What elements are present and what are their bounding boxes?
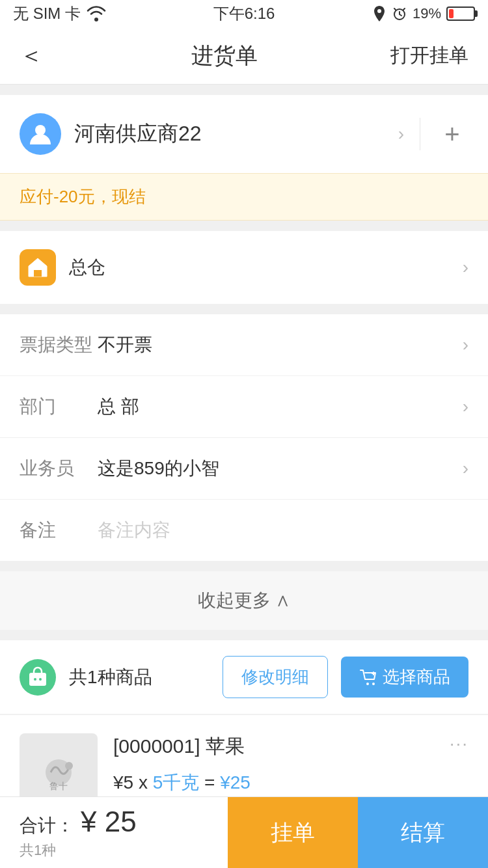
alarm-icon	[392, 6, 407, 21]
add-button[interactable]: +	[436, 120, 468, 149]
supplier-name: 河南供应商22	[74, 120, 398, 148]
product-info: [0000001] 苹果 ¥5 x 5千克 = ¥25	[113, 733, 434, 795]
collapse-bar[interactable]: 收起更多 ∧	[0, 571, 488, 630]
remark-input[interactable]: 备注内容	[98, 518, 468, 543]
bill-type-value: 不开票	[98, 332, 463, 357]
cart-icon	[359, 669, 377, 686]
svg-point-9	[65, 762, 73, 770]
pend-button[interactable]: 挂单	[228, 797, 358, 869]
edit-detail-button[interactable]: 修改明细	[223, 656, 328, 698]
status-left: 无 SIM 卡	[13, 3, 107, 24]
warehouse-row[interactable]: 总仓 ›	[0, 231, 488, 304]
status-right: 19%	[372, 5, 475, 22]
supplier-card: 河南供应商22 › + 应付-20元，现结	[0, 95, 488, 221]
settle-button[interactable]: 结算	[358, 797, 488, 869]
product-header: 共1种商品 修改明细 选择商品	[0, 640, 488, 714]
nav-bar: ＜ 进货单 打开挂单	[0, 27, 488, 85]
supplier-chevron: ›	[398, 124, 404, 144]
total-value: ¥25	[220, 772, 251, 793]
back-button[interactable]: ＜	[20, 40, 59, 72]
department-chevron: ›	[463, 396, 468, 417]
bill-type-label: 票据类型	[20, 332, 98, 357]
status-bar: 无 SIM 卡 下午6:16 19%	[0, 0, 488, 27]
bill-type-chevron: ›	[463, 334, 468, 355]
warehouse-icon	[20, 249, 56, 286]
svg-point-1	[35, 125, 46, 135]
collapse-label: 收起更多 ∧	[198, 590, 291, 610]
product-title: 苹果	[206, 735, 245, 757]
salesperson-value: 这是859的小智	[98, 456, 463, 481]
supplier-row[interactable]: 河南供应商22 › +	[0, 95, 488, 173]
salesperson-label: 业务员	[20, 456, 98, 481]
select-product-label: 选择商品	[383, 666, 450, 688]
svg-rect-3	[29, 673, 46, 686]
warehouse-chevron: ›	[463, 257, 468, 278]
department-value: 总 部	[98, 394, 463, 419]
open-pending-button[interactable]: 打开挂单	[390, 42, 468, 69]
total-label: 合计：	[20, 813, 74, 838]
product-count-icon	[20, 659, 56, 696]
svg-text:鲁十: 鲁十	[49, 781, 68, 791]
battery-percent: 19%	[413, 5, 441, 22]
wifi-icon	[86, 6, 107, 21]
equals: =	[199, 772, 220, 793]
product-name: [0000001] 苹果	[113, 733, 434, 760]
department-label: 部门	[20, 394, 98, 419]
sim-status: 无 SIM 卡	[13, 3, 81, 24]
svg-point-4	[34, 678, 36, 681]
location-icon	[372, 5, 386, 22]
remark-label: 备注	[20, 518, 98, 543]
svg-point-5	[39, 678, 42, 681]
bill-type-row[interactable]: 票据类型 不开票 ›	[0, 314, 488, 376]
svg-point-6	[366, 683, 369, 685]
warehouse-card: 总仓 ›	[0, 231, 488, 304]
content: 河南供应商22 › + 应付-20元，现结 总仓 › 票据类型 不开票	[0, 95, 488, 868]
product-code: [0000001]	[113, 735, 206, 757]
battery-icon	[446, 7, 475, 21]
qty-value: 5千克	[153, 772, 200, 793]
warehouse-name: 总仓	[69, 255, 463, 280]
salesperson-chevron: ›	[463, 458, 468, 479]
status-time: 下午6:16	[213, 3, 275, 24]
notice-bar: 应付-20元，现结	[0, 173, 488, 221]
footer: 合计： ¥ 25 共1种 挂单 结算	[0, 796, 488, 868]
total-amount: ¥ 25	[81, 806, 137, 838]
unit-price: ¥5 x	[113, 772, 153, 793]
product-price: ¥5 x 5千克 = ¥25	[113, 770, 434, 795]
svg-point-7	[372, 683, 375, 685]
footer-sub: 共1种	[20, 841, 208, 860]
notice-text: 应付-20元，现结	[20, 187, 146, 206]
select-product-button[interactable]: 选择商品	[341, 657, 468, 698]
salesperson-row[interactable]: 业务员 这是859的小智 ›	[0, 438, 488, 500]
product-more-button[interactable]: ···	[450, 733, 468, 754]
footer-total: 合计： ¥ 25 共1种	[0, 806, 228, 860]
page-title: 进货单	[191, 41, 258, 71]
department-row[interactable]: 部门 总 部 ›	[0, 376, 488, 438]
remark-row[interactable]: 备注 备注内容	[0, 500, 488, 561]
svg-rect-2	[34, 270, 42, 277]
product-count-label: 共1种商品	[69, 665, 210, 690]
supplier-avatar	[20, 113, 61, 155]
form-card: 票据类型 不开票 › 部门 总 部 › 业务员 这是859的小智 › 备注 备注…	[0, 314, 488, 561]
vertical-divider	[420, 118, 420, 150]
